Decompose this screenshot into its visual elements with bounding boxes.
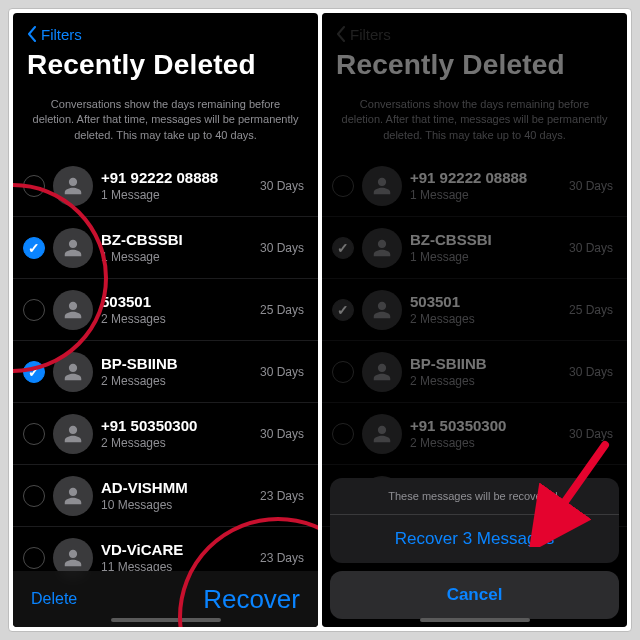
page-title: Recently Deleted (336, 49, 613, 81)
back-label: Filters (350, 26, 391, 43)
row-text: 5035012 Messages (410, 293, 561, 326)
row-subtitle: 1 Message (101, 188, 252, 202)
row-text: AD-VISHMM10 Messages (101, 479, 252, 512)
row-subtitle: 1 Message (410, 250, 561, 264)
selection-checkbox[interactable]: ✓ (332, 299, 354, 321)
row-title: +91 92222 08888 (101, 169, 252, 186)
sheet-recover-button[interactable]: Recover 3 Messages (330, 515, 619, 563)
avatar (362, 228, 402, 268)
chevron-left-icon (336, 26, 346, 42)
selection-checkbox[interactable] (23, 423, 45, 445)
list-item[interactable]: +91 92222 088881 Message30 Days (322, 155, 627, 217)
home-indicator[interactable] (111, 618, 221, 622)
selection-checkbox[interactable] (23, 547, 45, 569)
row-days-remaining: 23 Days (260, 551, 304, 565)
list-item[interactable]: ✓5035012 Messages25 Days (322, 279, 627, 341)
selection-checkbox[interactable] (332, 175, 354, 197)
row-title: +91 50350300 (101, 417, 252, 434)
row-text: VD-ViCARE11 Messages (101, 541, 252, 574)
row-text: +91 503503002 Messages (101, 417, 252, 450)
selection-checkbox[interactable] (332, 361, 354, 383)
row-text: +91 503503002 Messages (410, 417, 561, 450)
action-sheet: These messages will be recovered. Recove… (330, 478, 619, 619)
row-text: +91 92222 088881 Message (101, 169, 252, 202)
conversation-list: +91 92222 088881 Message30 Days✓BZ-CBSSB… (322, 155, 627, 527)
checkmark-icon: ✓ (337, 240, 349, 256)
sheet-message: These messages will be recovered. (330, 478, 619, 515)
home-indicator[interactable] (420, 618, 530, 622)
screenshot-right: Filters Recently Deleted Conversations s… (322, 13, 627, 627)
avatar (53, 290, 93, 330)
avatar (362, 166, 402, 206)
checkmark-icon: ✓ (337, 302, 349, 318)
checkmark-icon: ✓ (28, 240, 40, 256)
row-days-remaining: 30 Days (260, 427, 304, 441)
selection-checkbox[interactable] (23, 299, 45, 321)
row-subtitle: 2 Messages (101, 374, 252, 388)
row-subtitle: 2 Messages (101, 436, 252, 450)
row-text: BZ-CBSSBI1 Message (101, 231, 252, 264)
row-days-remaining: 30 Days (569, 241, 613, 255)
list-item[interactable]: AD-VISHMM10 Messages23 Days (13, 465, 318, 527)
list-item[interactable]: BP-SBIINB2 Messages30 Days (322, 341, 627, 403)
row-text: BP-SBIINB2 Messages (410, 355, 561, 388)
row-title: 503501 (410, 293, 561, 310)
avatar (53, 476, 93, 516)
info-subtitle: Conversations show the days remaining be… (13, 87, 318, 155)
avatar (362, 290, 402, 330)
selection-checkbox[interactable]: ✓ (23, 361, 45, 383)
back-button: Filters (336, 23, 613, 45)
screenshot-left: Filters Recently Deleted Conversations s… (13, 13, 318, 627)
row-days-remaining: 25 Days (569, 303, 613, 317)
row-days-remaining: 30 Days (569, 427, 613, 441)
row-subtitle: 2 Messages (101, 312, 252, 326)
nav-header: Filters Recently Deleted (322, 13, 627, 87)
avatar (53, 352, 93, 392)
back-button[interactable]: Filters (27, 23, 304, 45)
row-subtitle: 2 Messages (410, 312, 561, 326)
selection-checkbox[interactable]: ✓ (23, 237, 45, 259)
row-text: BZ-CBSSBI1 Message (410, 231, 561, 264)
back-label: Filters (41, 26, 82, 43)
row-title: +91 92222 08888 (410, 169, 561, 186)
row-title: BZ-CBSSBI (101, 231, 252, 248)
row-days-remaining: 30 Days (569, 179, 613, 193)
recover-button[interactable]: Recover (203, 584, 300, 615)
avatar (362, 352, 402, 392)
row-title: 503501 (101, 293, 252, 310)
nav-header: Filters Recently Deleted (13, 13, 318, 87)
row-days-remaining: 23 Days (260, 489, 304, 503)
row-days-remaining: 30 Days (569, 365, 613, 379)
delete-button[interactable]: Delete (31, 590, 77, 608)
list-item[interactable]: 5035012 Messages25 Days (13, 279, 318, 341)
row-subtitle: 10 Messages (101, 498, 252, 512)
row-text: BP-SBIINB2 Messages (101, 355, 252, 388)
selection-checkbox[interactable]: ✓ (332, 237, 354, 259)
list-item[interactable]: ✓BP-SBIINB2 Messages30 Days (13, 341, 318, 403)
row-subtitle: 2 Messages (410, 436, 561, 450)
list-item[interactable]: +91 503503002 Messages30 Days (322, 403, 627, 465)
selection-checkbox[interactable] (23, 485, 45, 507)
row-days-remaining: 30 Days (260, 179, 304, 193)
row-title: +91 50350300 (410, 417, 561, 434)
row-title: VD-ViCARE (101, 541, 252, 558)
list-item[interactable]: +91 503503002 Messages30 Days (13, 403, 318, 465)
row-title: BP-SBIINB (410, 355, 561, 372)
sheet-cancel-button[interactable]: Cancel (330, 571, 619, 619)
list-item[interactable]: +91 92222 088881 Message30 Days (13, 155, 318, 217)
selection-checkbox[interactable] (23, 175, 45, 197)
checkmark-icon: ✓ (28, 364, 40, 380)
info-subtitle: Conversations show the days remaining be… (322, 87, 627, 155)
selection-checkbox[interactable] (332, 423, 354, 445)
avatar (53, 228, 93, 268)
row-subtitle: 1 Message (410, 188, 561, 202)
row-subtitle: 1 Message (101, 250, 252, 264)
row-days-remaining: 30 Days (260, 241, 304, 255)
avatar (53, 166, 93, 206)
list-item[interactable]: ✓BZ-CBSSBI1 Message30 Days (13, 217, 318, 279)
row-text: +91 92222 088881 Message (410, 169, 561, 202)
list-item[interactable]: ✓BZ-CBSSBI1 Message30 Days (322, 217, 627, 279)
conversation-list: +91 92222 088881 Message30 Days✓BZ-CBSSB… (13, 155, 318, 589)
row-title: AD-VISHMM (101, 479, 252, 496)
row-title: BZ-CBSSBI (410, 231, 561, 248)
